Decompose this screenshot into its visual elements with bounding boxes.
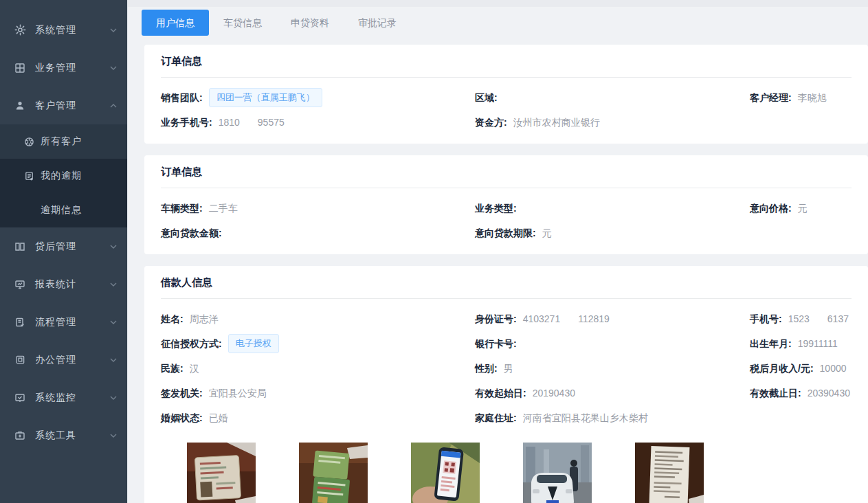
sidebar-item-business-management[interactable]: 业务管理: [0, 49, 127, 87]
clipboard-icon: [14, 316, 26, 328]
field-intended-loan-amount: 意向贷款金额:: [161, 225, 475, 241]
monitor-icon: [14, 278, 26, 291]
gear-icon: [14, 24, 26, 36]
sidebar-item-label: 业务管理: [35, 62, 109, 74]
photo-green-booklet[interactable]: 驾驶证国徽页: [299, 443, 368, 503]
field-monthly-income: 税后月收入/元: 10000: [750, 361, 852, 376]
sidebar-item-overdue-info[interactable]: 逾期信息: [0, 193, 127, 227]
monitor-check-icon: [14, 392, 26, 404]
top-strip: [128, 0, 868, 7]
sidebar-item-label: 我的逾期: [41, 170, 82, 182]
field-credit-auth-method: 征信授权方式: 电子授权: [161, 336, 475, 351]
open-book-icon: [14, 241, 26, 253]
field-gender: 性别: 男: [475, 361, 750, 376]
id-card-photo-thumbnail: [187, 443, 256, 503]
phone-qr-photo-thumbnail: [411, 443, 480, 503]
sidebar-item-report-statistics[interactable]: 报表统计: [0, 265, 127, 303]
tab-user-info[interactable]: 用户信息: [142, 10, 209, 36]
field-customer-manager: 客户经理: 李晓旭: [750, 90, 852, 105]
square-in-square-icon: [14, 354, 26, 366]
chevron-up-icon: [109, 102, 118, 110]
redaction-mask: [810, 313, 827, 324]
sidebar-item-system-management[interactable]: 系统管理: [0, 11, 127, 49]
card-title: 借款人信息: [161, 266, 852, 299]
sidebar-item-customer-management[interactable]: 客户管理: [0, 87, 127, 124]
field-vehicle-type: 车辆类型: 二手车: [161, 201, 475, 216]
field-home-address: 家庭住址: 河南省宜阳县花果山乡木柴村: [475, 410, 750, 425]
document-photos: 身份证: [161, 425, 852, 503]
field-id-number: 身份证号: 4103271 112819: [475, 311, 750, 326]
field-business-phone: 业务手机号: 1810 95575: [161, 115, 475, 130]
sidebar-item-system-monitor[interactable]: 系统监控: [0, 379, 127, 416]
sidebar-item-postloan-management[interactable]: 贷后管理: [0, 227, 127, 265]
credit-auth-tag[interactable]: 电子授权: [228, 334, 279, 353]
grid-icon: [14, 62, 26, 74]
sidebar-item-label: 所有客户: [41, 135, 82, 148]
chevron-down-icon: [109, 356, 118, 364]
sales-team-tag[interactable]: 四团一营（直属王鹏飞）: [209, 88, 322, 107]
photo-person-with-car[interactable]: 人车合影: [523, 443, 592, 503]
sidebar-item-label: 系统监控: [35, 392, 109, 404]
field-intended-loan-term: 意向贷款期限: 元: [475, 225, 750, 241]
borrower-info-card: 借款人信息 姓名: 周志洋 身份证号: 4103271 112819 手机号: …: [144, 266, 868, 503]
photo-handwritten-document[interactable]: 其他材料: [635, 443, 704, 503]
sidebar-item-label: 逾期信息: [41, 204, 82, 216]
redaction-mask: [240, 117, 258, 128]
field-valid-to: 有效截止日: 20390430: [750, 385, 852, 401]
chevron-down-icon: [109, 280, 118, 289]
sidebar: 系统管理 业务管理 客户管理 所有客户 我的逾期 逾期信息: [0, 0, 127, 503]
photo-phone-qr[interactable]: 授权证明: [411, 443, 480, 503]
green-booklet-photo-thumbnail: [299, 443, 368, 503]
redaction-mask: [560, 313, 578, 324]
field-business-type: 业务类型:: [475, 201, 750, 216]
chevron-down-icon: [109, 318, 118, 326]
chevron-down-icon: [109, 26, 118, 34]
field-issuing-authority: 签发机关: 宜阳县公安局: [161, 385, 475, 401]
sidebar-item-label: 系统工具: [35, 429, 109, 442]
field-region: 区域:: [475, 90, 750, 105]
card-title: 订单信息: [161, 45, 852, 78]
ledger-icon: [23, 170, 34, 181]
chevron-down-icon: [109, 394, 118, 402]
tab-approval-records[interactable]: 审批记录: [344, 10, 411, 36]
chevron-down-icon: [109, 64, 118, 72]
field-bank-card: 银行卡号:: [475, 336, 750, 351]
field-mobile: 手机号: 1523 6137: [750, 311, 852, 326]
chevron-down-icon: [109, 432, 118, 440]
card-title: 订单信息: [161, 155, 852, 188]
order-info-card-2: 订单信息 车辆类型: 二手车 业务类型: 意向价格: 元 意向贷款金额: 意向贷…: [144, 155, 868, 254]
user-icon: [14, 100, 26, 112]
customer-management-submenu: 所有客户 我的逾期 逾期信息: [0, 124, 127, 227]
sidebar-item-label: 客户管理: [35, 100, 109, 112]
field-sales-team: 销售团队: 四团一营（直属王鹏飞）: [161, 90, 475, 105]
field-funder: 资金方: 汝州市农村商业银行: [475, 115, 750, 130]
sidebar-item-office-management[interactable]: 办公管理: [0, 341, 127, 379]
sidebar-item-label: 流程管理: [35, 316, 109, 328]
field-valid-from: 有效起始日: 20190430: [475, 385, 750, 401]
field-marital-status: 婚姻状态: 已婚: [161, 410, 475, 425]
sidebar-item-all-customers[interactable]: 所有客户: [0, 124, 127, 159]
chevron-down-icon: [109, 243, 118, 251]
sidebar-item-label: 系统管理: [35, 24, 109, 36]
document-photo-thumbnail: [635, 443, 704, 503]
sidebar-item-my-overdue[interactable]: 我的逾期: [0, 159, 127, 193]
sidebar-item-process-management[interactable]: 流程管理: [0, 303, 127, 341]
tab-car-loan-info[interactable]: 车贷信息: [209, 10, 276, 36]
sidebar-item-system-tools[interactable]: 系统工具: [0, 416, 127, 454]
detail-tabs: 用户信息 车贷信息 申贷资料 审批记录: [142, 10, 868, 36]
toolbox-icon: [14, 429, 26, 442]
field-ethnicity: 民族: 汉: [161, 361, 475, 376]
field-intended-price: 意向价格: 元: [750, 201, 852, 216]
order-info-card-1: 订单信息 销售团队: 四团一营（直属王鹏飞） 区域: 客户经理: 李晓旭 业务手…: [144, 45, 868, 144]
sidebar-item-label: 办公管理: [35, 354, 109, 366]
photo-id-card[interactable]: 身份证: [187, 443, 256, 503]
field-name: 姓名: 周志洋: [161, 311, 475, 326]
sidebar-item-label: 报表统计: [35, 278, 109, 291]
main-content: 用户信息 车贷信息 申贷资料 审批记录 订单信息 销售团队: 四团一营（直属王鹏…: [127, 0, 868, 503]
wheel-icon: [23, 136, 34, 147]
field-birth-date: 出生年月: 19911111: [750, 336, 852, 351]
sidebar-item-label: 贷后管理: [35, 241, 109, 253]
person-car-photo-thumbnail: [523, 443, 592, 503]
tab-loan-application-docs[interactable]: 申贷资料: [276, 10, 344, 36]
